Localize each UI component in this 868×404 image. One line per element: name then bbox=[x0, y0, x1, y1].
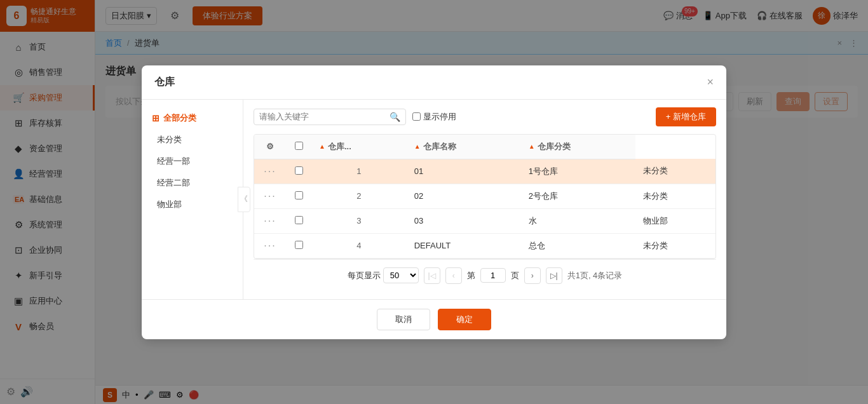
row-category: 未分类 bbox=[635, 233, 715, 258]
row-category: 未分类 bbox=[635, 184, 715, 208]
row-checkbox-cell bbox=[286, 159, 311, 184]
row-num: 1 bbox=[311, 159, 407, 184]
warehouse-modal: 仓库 × ⊞ 全部分类 未分类 经营一部 经营二部 bbox=[142, 65, 726, 339]
show-disabled-text: 显示停用 bbox=[423, 111, 456, 123]
modal-footer: 取消 确定 bbox=[142, 299, 726, 339]
add-warehouse-label: + 新增仓库 bbox=[666, 111, 706, 123]
table-row[interactable]: ··· 2 02 2号仓库 未分类 bbox=[254, 184, 715, 208]
row-num: 2 bbox=[311, 184, 407, 208]
category-all-item[interactable]: ⊞ 全部分类 bbox=[142, 107, 243, 129]
warehouse-data-table: ⚙ ▲ 仓库... bbox=[254, 135, 715, 259]
grid-icon: ⊞ bbox=[152, 113, 159, 123]
cancel-button[interactable]: 取消 bbox=[377, 309, 430, 330]
row-checkbox-cell bbox=[286, 208, 311, 233]
category-all-label: 全部分类 bbox=[163, 112, 196, 124]
page-number-input[interactable] bbox=[480, 268, 506, 283]
th-code: ▲ 仓库... bbox=[311, 135, 407, 159]
add-warehouse-button[interactable]: + 新增仓库 bbox=[656, 107, 716, 126]
row-name: 总仓 bbox=[521, 233, 635, 258]
row-checkbox-cell bbox=[286, 184, 311, 208]
row-checkbox-cell bbox=[286, 233, 311, 258]
modal-title: 仓库 bbox=[154, 76, 175, 89]
row-more-btn[interactable]: ··· bbox=[254, 184, 286, 208]
next-page-button[interactable]: › bbox=[524, 267, 541, 284]
row-name: 2号仓库 bbox=[521, 184, 635, 208]
page-size-select[interactable]: 50 10 20 100 bbox=[383, 267, 419, 283]
row-num: 4 bbox=[311, 233, 407, 258]
warehouse-table: ⚙ ▲ 仓库... bbox=[254, 134, 716, 259]
th-settings: ⚙ bbox=[254, 135, 286, 159]
search-box: 🔍 bbox=[254, 109, 406, 125]
modal-right-content: 🔍 显示停用 + 新增仓库 bbox=[243, 100, 726, 299]
row-checkbox[interactable] bbox=[295, 216, 303, 224]
first-page-button[interactable]: |◁ bbox=[424, 267, 440, 284]
total-info: 共1页, 4条记录 bbox=[567, 270, 623, 281]
table-body: ··· 1 01 1号仓库 未分类 ··· 2 bbox=[254, 159, 715, 258]
row-checkbox[interactable] bbox=[295, 241, 303, 249]
page-unit: 页 bbox=[511, 270, 519, 281]
row-more-btn[interactable]: ··· bbox=[254, 233, 286, 258]
collapse-panel-button[interactable]: 《 bbox=[238, 187, 250, 212]
row-checkbox[interactable] bbox=[295, 166, 303, 175]
search-input[interactable] bbox=[259, 112, 387, 121]
table-row[interactable]: ··· 4 DEFAULT 总仓 未分类 bbox=[254, 233, 715, 258]
category-item-property[interactable]: 物业部 bbox=[142, 194, 243, 215]
category-item-unclassified[interactable]: 未分类 bbox=[142, 129, 243, 151]
modal-overlay: 仓库 × ⊞ 全部分类 未分类 经营一部 经营二部 bbox=[0, 0, 868, 404]
sort-icon: ▲ bbox=[414, 143, 421, 150]
row-code: 01 bbox=[407, 159, 521, 184]
th-category: ▲ 仓库分类 bbox=[521, 135, 635, 159]
modal-toolbar: 🔍 显示停用 + 新增仓库 bbox=[254, 107, 716, 126]
category-panel: ⊞ 全部分类 未分类 经营一部 经营二部 物业部 《 bbox=[142, 100, 243, 299]
last-page-button[interactable]: ▷| bbox=[546, 267, 562, 284]
table-row[interactable]: ··· 3 03 水 物业部 bbox=[254, 208, 715, 233]
select-all-checkbox[interactable] bbox=[295, 142, 303, 150]
th-name: ▲ 仓库名称 bbox=[407, 135, 521, 159]
row-category: 未分类 bbox=[635, 159, 715, 184]
row-name: 1号仓库 bbox=[521, 159, 635, 184]
row-category: 物业部 bbox=[635, 208, 715, 233]
modal-close-button[interactable]: × bbox=[707, 76, 714, 89]
page-size-label: 每页显示 bbox=[348, 270, 381, 281]
gear-icon: ⚙ bbox=[266, 142, 274, 151]
page-size-selector: 每页显示 50 10 20 100 bbox=[348, 267, 419, 283]
row-code: 03 bbox=[407, 208, 521, 233]
row-more-btn[interactable]: ··· bbox=[254, 159, 286, 184]
modal-body: ⊞ 全部分类 未分类 经营一部 经营二部 物业部 《 bbox=[142, 100, 726, 299]
show-disabled-label: 显示停用 bbox=[412, 111, 456, 123]
row-checkbox[interactable] bbox=[295, 191, 303, 199]
row-more-btn[interactable]: ··· bbox=[254, 208, 286, 233]
row-name: 水 bbox=[521, 208, 635, 233]
table-row[interactable]: ··· 1 01 1号仓库 未分类 bbox=[254, 159, 715, 184]
category-item-ops2[interactable]: 经营二部 bbox=[142, 172, 243, 194]
row-num: 3 bbox=[311, 208, 407, 233]
search-icon[interactable]: 🔍 bbox=[390, 112, 400, 122]
page-label: 第 bbox=[467, 270, 475, 281]
sort-icon: ▲ bbox=[319, 143, 325, 150]
row-code: DEFAULT bbox=[407, 233, 521, 258]
confirm-button[interactable]: 确定 bbox=[438, 309, 491, 330]
table-header: ⚙ ▲ 仓库... bbox=[254, 135, 715, 159]
row-code: 02 bbox=[407, 184, 521, 208]
th-checkbox bbox=[286, 135, 311, 159]
modal-header: 仓库 × bbox=[142, 65, 726, 100]
prev-page-button[interactable]: ‹ bbox=[445, 267, 462, 284]
sort-icon: ▲ bbox=[529, 143, 535, 150]
pagination: 每页显示 50 10 20 100 |◁ ‹ 第 页 › ▷| bbox=[254, 259, 716, 292]
show-disabled-checkbox[interactable] bbox=[412, 112, 421, 121]
category-item-ops1[interactable]: 经营一部 bbox=[142, 151, 243, 172]
